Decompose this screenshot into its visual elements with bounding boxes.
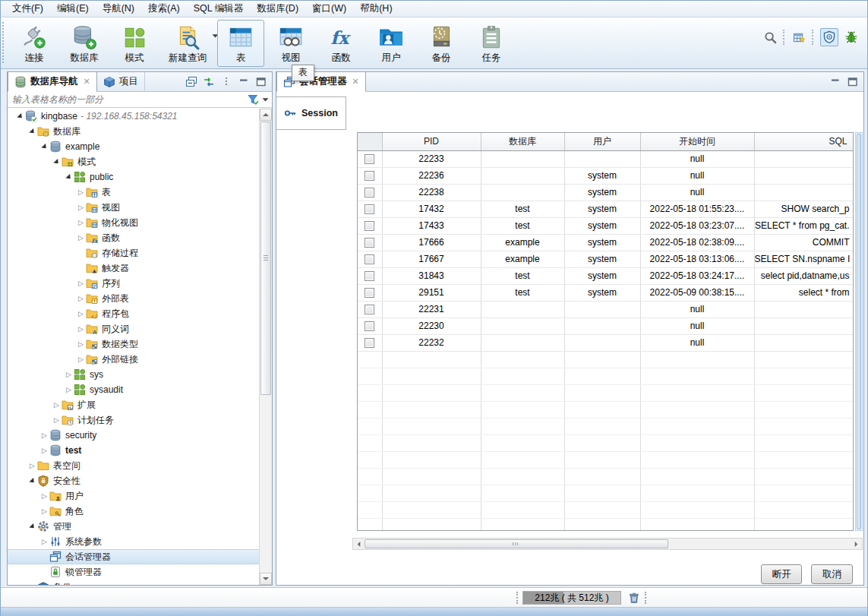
expand-arrow-icon[interactable] — [27, 130, 37, 134]
menu-item[interactable]: 搜索(A) — [141, 1, 187, 17]
expand-arrow-icon[interactable] — [27, 525, 37, 529]
table-row[interactable]: 22238 system null — [358, 184, 854, 201]
menu-item[interactable]: 窗口(W) — [305, 1, 353, 17]
menu-item[interactable]: 文件(F) — [5, 1, 50, 17]
toolbar-button[interactable]: 新建查询 — [161, 20, 214, 67]
toolbar-button[interactable]: 数据库 — [61, 20, 108, 67]
expand-arrow-icon[interactable]: ▷ — [39, 432, 49, 439]
filter-dropdown-icon[interactable] — [262, 97, 269, 103]
row-checkbox[interactable] — [365, 271, 374, 281]
tree-item[interactable]: example — [8, 139, 260, 154]
session-section-tab[interactable]: Session — [276, 96, 346, 130]
view-menu-icon[interactable] — [220, 76, 232, 88]
tree-item[interactable]: ▷ sysaudit — [8, 382, 260, 397]
expand-arrow-icon[interactable]: ▷ — [76, 235, 86, 242]
expand-arrow-icon[interactable]: ▷ — [76, 311, 86, 317]
tree-item[interactable]: ▷ 表空间 — [8, 458, 260, 473]
tree-item[interactable]: 安全性 — [8, 473, 260, 488]
link-editor-icon[interactable] — [203, 76, 215, 88]
row-checkbox[interactable] — [365, 221, 374, 231]
tree-item[interactable]: ▷ fx 函数 — [8, 230, 260, 245]
tree-item[interactable]: ▷ 外部表 — [8, 291, 260, 306]
horizontal-scrollbar[interactable] — [352, 538, 863, 550]
tree-item[interactable]: ▷ 计划任务 — [8, 412, 260, 428]
tree-item[interactable]: ▷ 角色 — [8, 504, 260, 519]
expand-arrow-icon[interactable]: ▷ — [64, 371, 74, 378]
toolbar-button[interactable]: 连接 — [11, 20, 58, 67]
scrollbar-thumb[interactable] — [260, 122, 271, 395]
menu-item[interactable]: 帮助(H) — [353, 1, 399, 17]
expand-arrow-icon[interactable]: ▷ — [39, 508, 49, 515]
tree-item[interactable]: ▷ sys — [8, 367, 260, 382]
column-header-user[interactable]: 用户 — [564, 133, 640, 150]
expand-arrow-icon[interactable]: ▷ — [27, 463, 37, 469]
table-row[interactable]: 22236 system null — [358, 167, 854, 184]
scroll-down-icon[interactable] — [260, 573, 272, 585]
close-icon[interactable]: ✕ — [82, 77, 90, 87]
collapse-all-icon[interactable] — [185, 76, 197, 88]
tree-item[interactable]: kingbase - 192.168.45.158:54321 — [8, 109, 260, 124]
row-checkbox[interactable] — [365, 321, 374, 331]
tree-item[interactable]: 会话管理器 — [8, 549, 260, 564]
maximize-icon[interactable] — [847, 76, 859, 88]
tree-item[interactable]: ▷ 用户 — [8, 488, 260, 504]
expand-arrow-icon[interactable]: ▷ — [76, 189, 86, 196]
expand-arrow-icon[interactable]: ▷ — [27, 584, 37, 586]
tree-item[interactable]: public — [8, 169, 260, 185]
scroll-left-icon[interactable] — [354, 539, 364, 549]
table-row[interactable]: 22232 null — [358, 334, 854, 351]
tree-item[interactable]: ▷ test — [8, 443, 260, 458]
minimize-icon[interactable] — [238, 76, 250, 88]
toolbar-button[interactable]: 模式 — [111, 20, 158, 67]
table-vertical-scrollbar[interactable] — [855, 132, 863, 531]
tree-item[interactable]: ▷ 视图 — [8, 200, 260, 215]
column-header-select[interactable] — [358, 133, 382, 150]
expand-arrow-icon[interactable]: ▷ — [52, 417, 62, 424]
expand-arrow-icon[interactable]: ▷ — [64, 387, 74, 393]
row-checkbox[interactable] — [365, 154, 374, 164]
tree-scrollbar[interactable] — [259, 109, 272, 585]
expand-arrow-icon[interactable]: ▷ — [39, 539, 49, 545]
table-row[interactable]: 31843 test system 2022-05-18 03:24:17...… — [358, 267, 854, 284]
expand-arrow-icon[interactable]: ▷ — [76, 356, 86, 363]
toolbar-button[interactable]: 视图 — [267, 20, 314, 67]
tree-item[interactable]: ▷ 表 — [8, 185, 260, 200]
expand-arrow-icon[interactable] — [15, 115, 25, 118]
toolbar-drag-handle[interactable] — [2, 22, 8, 63]
search-icon[interactable] — [762, 30, 778, 46]
row-checkbox[interactable] — [365, 238, 374, 248]
expand-arrow-icon[interactable]: ▷ — [39, 493, 49, 500]
tab-project[interactable]: 项目 — [97, 72, 145, 91]
column-header-pid[interactable]: PID — [382, 133, 481, 150]
menu-item[interactable]: 编辑(E) — [50, 1, 96, 17]
toolbar-button[interactable]: 任务 — [468, 20, 515, 67]
tree-item[interactable]: ▷ 备份 — [8, 580, 260, 585]
expand-arrow-icon[interactable] — [27, 479, 37, 483]
expand-arrow-icon[interactable]: ▷ — [76, 280, 86, 287]
expand-arrow-icon[interactable]: ▷ — [52, 402, 62, 409]
expand-arrow-icon[interactable]: ▷ — [76, 295, 86, 302]
tree-item[interactable]: 锁管理器 — [8, 564, 260, 580]
row-checkbox[interactable] — [365, 188, 374, 197]
tree-item[interactable]: ▷ </> 程序包 — [8, 306, 260, 321]
tree-filter-input[interactable] — [8, 93, 247, 106]
table-star-icon[interactable] — [791, 30, 807, 46]
tree-item[interactable]: 管理 — [8, 519, 260, 534]
expand-arrow-icon[interactable] — [39, 145, 49, 149]
column-header-sql[interactable]: SQL — [754, 133, 854, 150]
disconnect-button[interactable]: 断开 — [761, 564, 802, 584]
garbage-collect-icon[interactable] — [628, 592, 640, 604]
menu-item[interactable]: SQL 编辑器 — [187, 1, 251, 17]
scroll-right-icon[interactable] — [851, 539, 861, 549]
row-checkbox[interactable] — [365, 338, 374, 348]
expand-arrow-icon[interactable]: ▷ — [76, 326, 86, 333]
tree-item[interactable]: ▷ 外部链接 — [8, 352, 260, 367]
minimize-icon[interactable] — [829, 76, 841, 88]
row-checkbox[interactable] — [365, 204, 374, 214]
table-row[interactable]: 29151 test system 2022-05-09 00:38:15...… — [358, 284, 854, 301]
expand-arrow-icon[interactable]: ▷ — [76, 341, 86, 348]
bug-icon[interactable] — [843, 29, 860, 46]
tab-database-navigator[interactable]: 数据库导航 ✕ — [8, 72, 97, 92]
scrollbar-thumb[interactable] — [857, 134, 861, 529]
maximize-icon[interactable] — [255, 76, 267, 88]
